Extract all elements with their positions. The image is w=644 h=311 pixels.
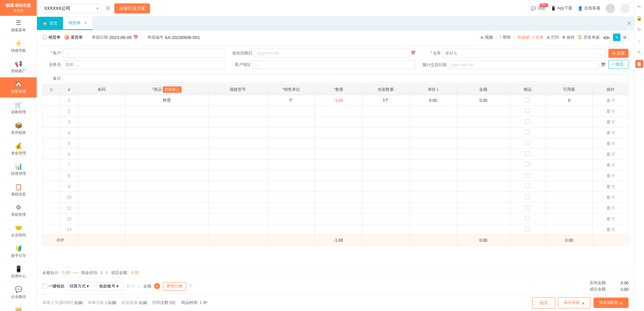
row-pkg-cell[interactable] [362,117,410,127]
print-btn[interactable]: 🖨 打印 [546,35,559,40]
sidebar-item-system[interactable]: ⚙ 系统管理 [0,200,37,221]
radio-return[interactable]: 退货单 [65,35,83,40]
row-pkg-cell[interactable] [362,160,410,170]
prev-icon[interactable]: ◀ [602,35,606,40]
row-barcode-cell[interactable] [78,203,125,213]
row-copy-icon[interactable]: ⎘ [612,205,615,210]
row-price-cell[interactable] [409,224,457,235]
rp-lock-icon[interactable]: 🔒 [635,14,643,22]
row-delete-icon[interactable]: 🗑 [606,162,611,167]
row-pkg-cell[interactable]: 1个 [362,95,410,106]
payment-method-select[interactable]: 结算方式 ▾ [67,282,94,290]
row-spec-cell[interactable] [208,192,267,203]
row-gift-cell[interactable] [510,224,546,235]
gift-checkbox[interactable] [525,194,530,199]
bill-no-value[interactable]: SA-20230606-001 [165,35,200,40]
save-new-button[interactable]: 保存&新增 ▲ [594,298,629,308]
history-btn[interactable]: 📜 历史单据 [577,35,600,40]
row-amount-cell[interactable] [457,127,510,138]
row-amount-cell[interactable] [457,181,510,192]
row-amount-cell[interactable] [457,160,510,170]
row-pkg-cell[interactable] [362,170,410,181]
expected-date-calendar-icon[interactable]: 📅 [601,63,606,67]
add-payment-button[interactable]: + [154,283,160,289]
row-product-cell[interactable] [125,106,208,117]
rp-rotate-icon[interactable]: ↻ [635,26,643,34]
settings-button[interactable]: ⚙ 设置 [608,49,629,58]
list-view-btn[interactable]: ≡ [613,34,620,41]
row-barcode-cell[interactable] [78,106,125,117]
row-delete-icon[interactable]: 🗑 [606,109,611,114]
gift-checkbox[interactable] [525,173,530,178]
row-delete-icon[interactable]: 🗑 [606,205,611,210]
row-amount-cell[interactable] [457,117,510,127]
row-price-cell[interactable] [409,192,457,203]
row-unit-cell[interactable] [267,203,315,213]
row-product-cell[interactable] [125,203,208,213]
sidebar-item-app-center[interactable]: 📱 应用中心 [0,262,37,282]
row-copy-icon[interactable]: ⎘ [612,227,615,232]
operate-btn[interactable]: ⚙ 操作 [562,35,575,40]
video-btn[interactable]: ▶ 视频 [481,35,493,40]
gift-checkbox[interactable] [525,184,530,188]
row-qty-cell[interactable]: -1.00 [315,95,362,106]
warehouse-input[interactable]: 建材仓 ... [442,49,606,58]
row-qty-cell[interactable] [315,106,362,117]
row-price-cell[interactable] [409,203,457,213]
row-price-cell[interactable] [409,127,457,138]
gift-checkbox[interactable] [525,119,530,124]
sidebar-item-base-info[interactable]: 📋 基础信息 [0,180,37,200]
row-copy-icon[interactable]: ⎘ [612,184,615,189]
row-spec-cell[interactable] [208,127,267,138]
row-spec-cell[interactable] [208,170,267,181]
addr-ellipsis[interactable]: ... [255,62,259,67]
row-gift-cell[interactable] [510,181,546,192]
row-product-cell[interactable]: 拆货 [125,95,208,106]
customer-input[interactable]: ... [62,49,226,57]
rp-star-icon[interactable]: ☆ [635,37,643,45]
row-qty-cell[interactable] [315,138,362,149]
row-spec-cell[interactable] [208,224,267,235]
row-gift-cell[interactable] [510,149,546,160]
row-gift-cell[interactable] [510,117,546,127]
logistics-button[interactable]: + 物流 [608,60,629,69]
row-copy-icon[interactable]: ⎘ [612,173,615,178]
gift-checkbox[interactable] [525,227,530,231]
row-price-cell[interactable] [409,170,457,181]
row-product-cell[interactable] [125,170,208,181]
payment-due-input[interactable]: yyyy-mm-dd [254,49,409,57]
row-spec-cell[interactable] [208,117,267,127]
row-unit-cell[interactable] [267,181,315,192]
row-product-cell[interactable] [125,224,208,235]
row-gift-cell[interactable] [510,160,546,170]
select-btn[interactable]: ≡ 选单 [532,35,543,40]
row-unit-cell[interactable] [267,106,315,117]
sidebar-item-purchase[interactable]: 🛒 采购管理 [0,98,37,118]
row-barcode-cell[interactable] [78,127,125,138]
row-unit-cell[interactable] [267,192,315,203]
date-value[interactable]: 2023-06-06 [109,35,132,40]
radio-sales[interactable]: 销货单 [42,35,61,40]
sidebar-item-search-order[interactable]: ☰ 搜索菜单 [0,16,37,36]
row-barcode-cell[interactable] [78,138,125,149]
payment-account-select[interactable]: 收款账号 ▾ [97,282,124,290]
user-avatar[interactable] [606,4,615,13]
gift-checkbox[interactable] [525,98,530,102]
row-barcode-cell[interactable] [78,170,125,181]
row-amount-cell[interactable] [457,149,510,160]
row-qty-cell[interactable] [315,160,362,170]
salesperson-input[interactable]: 选择... ... [62,60,226,69]
row-copy-icon[interactable]: ⎘ [612,98,615,103]
rp-edit-icon[interactable]: ✏ [635,3,643,11]
company-selector[interactable]: XXXXXX公司 ▾ [41,4,102,13]
row-spec-cell[interactable] [208,181,267,192]
row-gift-cell[interactable] [510,203,546,213]
row-spec-cell[interactable] [208,95,267,106]
row-price-cell[interactable]: 0.00 [409,95,457,106]
row-delete-icon[interactable]: 🗑 [606,227,611,232]
gift-checkbox[interactable] [525,130,530,134]
row-barcode-cell[interactable] [78,213,125,224]
sidebar-item-operations[interactable]: 📊 经营管理 [0,159,37,180]
row-pkg-cell[interactable] [362,138,410,149]
row-qty-cell[interactable] [315,149,362,160]
